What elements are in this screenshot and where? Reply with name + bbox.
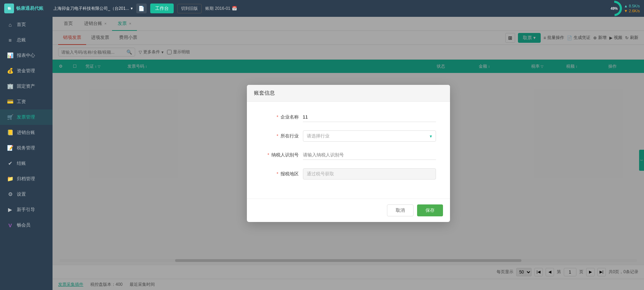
modal-body: * 企业名称 * 所在行业 请选择行业 ▾ <box>247 102 450 198</box>
home-icon: ⌂ <box>7 22 13 28</box>
tax-region-label: * 报税地区 <box>261 171 303 177</box>
settings-icon: ⚙ <box>7 191 13 197</box>
sidebar-item-settle[interactable]: ✔ 结账 <box>0 156 53 171</box>
required-star-4: * <box>277 171 278 176</box>
app-name: 畅康通易代账 <box>16 5 43 12</box>
form-row-company: * 企业名称 <box>261 112 436 122</box>
sidebar-item-archive[interactable]: 📁 归档管理 <box>0 171 53 187</box>
account-info-modal: 账套信息 * 企业名称 * 所在行 <box>247 85 450 222</box>
sidebar-item-fund[interactable]: 💰 资金管理 <box>0 63 53 79</box>
company-dropdown-icon: ▾ <box>131 6 133 11</box>
required-star-3: * <box>268 152 269 157</box>
industry-select[interactable]: 请选择行业 ▾ <box>303 130 436 142</box>
speed-circle: 49% <box>607 1 622 16</box>
speed-info: ▲ 8.5K/s ▼ 2.6K/s <box>624 4 640 13</box>
sidebar-item-home[interactable]: ⌂ 首页 <box>0 17 53 32</box>
sidebar: ⌂ 首页 ≡ 总账 📊 报表中心 💰 资金管理 🏢 固定资产 💳 工资 🛒 发票… <box>0 17 53 290</box>
main-content: 首页 进销台账 × 发票 × 销项发票 进项发票 费用小票 <box>53 17 644 290</box>
topbar-right: 49% ▲ 8.5K/s ▼ 2.6K/s <box>607 1 640 16</box>
sidebar-item-guide[interactable]: ▶ 新手引导 <box>0 202 53 217</box>
sidebar-item-ledger[interactable]: ≡ 总账 <box>0 32 53 48</box>
sidebar-label-archive: 归档管理 <box>17 176 35 182</box>
tax-id-label: * 纳税人识别号 <box>261 152 303 158</box>
period-value: 2016-01 <box>215 6 230 11</box>
form-row-industry: * 所在行业 请选择行业 ▾ <box>261 130 436 142</box>
sidebar-item-invoice[interactable]: 🛒 发票管理 <box>0 109 53 125</box>
sidebar-item-asset[interactable]: 🏢 固定资产 <box>0 79 53 94</box>
company-name: 上海卯金刀电子科技有限公司_（台201... <box>53 6 129 12</box>
calendar-icon[interactable]: 📅 <box>232 6 237 11</box>
modal-overlay: 账套信息 * 企业名称 * 所在行 <box>53 17 644 290</box>
company-name-label: * 企业名称 <box>261 114 303 120</box>
industry-dropdown-icon: ▾ <box>430 134 432 139</box>
sidebar-item-purchase[interactable]: 📒 进销台账 <box>0 125 53 140</box>
company-selector[interactable]: 上海卯金刀电子科技有限公司_（台201... ▾ <box>53 6 133 12</box>
fund-icon: 💰 <box>7 68 13 74</box>
sidebar-label-tax: 税务管理 <box>17 145 35 151</box>
form-row-tax-region: * 报税地区 通过税号获取 <box>261 168 436 180</box>
sidebar-label-home: 首页 <box>17 21 26 28</box>
topbar: 畅 畅康通易代账 上海卯金刀电子科技有限公司_（台201... ▾ 📄 工作台 … <box>0 0 644 17</box>
purchase-icon: 📒 <box>7 129 13 136</box>
salary-icon: 💳 <box>7 99 13 105</box>
sidebar-item-settings[interactable]: ⚙ 设置 <box>0 187 53 202</box>
tax-id-input[interactable] <box>303 150 436 160</box>
app-layout: ⌂ 首页 ≡ 总账 📊 报表中心 💰 资金管理 🏢 固定资产 💳 工资 🛒 发票… <box>0 17 644 290</box>
company-name-input[interactable] <box>303 112 436 122</box>
tax-icon: 📝 <box>7 145 13 151</box>
invoice-icon: 🛒 <box>7 114 13 120</box>
form-row-tax-id: * 纳税人识别号 <box>261 150 436 160</box>
required-star: * <box>277 114 278 120</box>
doc-icon-btn[interactable]: 📄 <box>136 4 147 13</box>
period-display: 账期 2016-01 📅 <box>205 6 237 12</box>
ledger-icon: ≡ <box>7 37 13 43</box>
workbench-button[interactable]: 工作台 <box>150 4 174 13</box>
archive-icon: 📁 <box>7 176 13 182</box>
required-star-2: * <box>277 133 278 139</box>
cancel-button[interactable]: 取消 <box>387 204 414 216</box>
tax-region-display: 通过税号获取 <box>303 168 436 180</box>
sidebar-label-ledger: 总账 <box>17 37 26 43</box>
guide-icon: ▶ <box>7 207 13 213</box>
app-logo: 畅 畅康通易代账 <box>4 4 50 13</box>
modal-footer: 取消 保存 <box>247 198 450 222</box>
sidebar-label-invoice: 发票管理 <box>17 114 35 120</box>
sidebar-item-report[interactable]: 📊 报表中心 <box>0 48 53 63</box>
settle-icon: ✔ <box>7 160 13 167</box>
asset-icon: 🏢 <box>7 83 13 89</box>
old-version-button[interactable]: 切到旧版 <box>177 4 202 13</box>
sidebar-item-salary[interactable]: 💳 工资 <box>0 94 53 109</box>
sidebar-label-purchase: 进销台账 <box>17 129 35 136</box>
speed-down: ▼ 2.6K/s <box>624 9 640 13</box>
period-label: 账期 <box>205 6 214 12</box>
sidebar-item-tax[interactable]: 📝 税务管理 <box>0 140 53 156</box>
sidebar-label-member: 畅会员 <box>17 222 30 228</box>
member-icon: V <box>7 222 13 228</box>
sidebar-label-guide: 新手引导 <box>17 207 35 213</box>
save-button[interactable]: 保存 <box>417 204 443 216</box>
speed-up: ▲ 8.5K/s <box>624 4 640 8</box>
sidebar-label-settle: 结账 <box>17 160 26 167</box>
logo-icon: 畅 <box>4 4 14 13</box>
modal-title: 账套信息 <box>254 90 275 96</box>
tax-region-placeholder: 通过税号获取 <box>307 171 334 176</box>
sidebar-label-fund: 资金管理 <box>17 68 35 74</box>
modal-header: 账套信息 <box>247 85 450 102</box>
industry-label: * 所在行业 <box>261 133 303 139</box>
sidebar-label-asset: 固定资产 <box>17 83 35 89</box>
report-icon: 📊 <box>7 52 13 59</box>
industry-placeholder: 请选择行业 <box>307 133 330 139</box>
sidebar-label-salary: 工资 <box>17 99 26 105</box>
sidebar-item-member[interactable]: V 畅会员 <box>0 217 53 233</box>
sidebar-label-settings: 设置 <box>17 191 26 197</box>
sidebar-label-report: 报表中心 <box>17 52 35 59</box>
